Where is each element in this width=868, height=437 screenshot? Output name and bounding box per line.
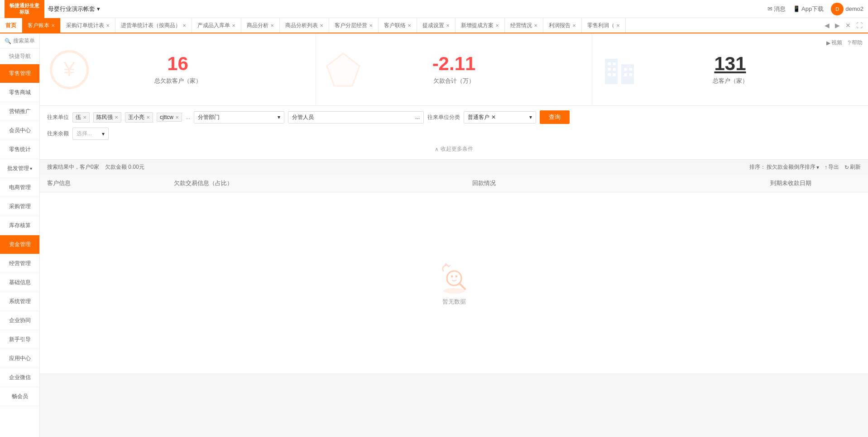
user-profile[interactable]: D demo2 [831,3,863,15]
remove-tag-cjttcw[interactable]: ✕ [175,115,179,120]
empty-illustration [436,260,472,298]
remove-tag-chen[interactable]: ✕ [115,115,118,120]
close-icon[interactable]: ✕ [408,23,411,28]
dept-filter[interactable]: 分管部门 ▾ [194,111,284,124]
close-icon[interactable]: ✕ [446,23,450,28]
download-icon: 📱 [793,5,800,12]
total-customers-all-label: 总客户（家） [713,77,748,85]
sidebar-item-app-center[interactable]: 应用中心 [0,349,39,368]
tab-product-analysis[interactable]: 商品分析 ✕ [241,18,280,33]
filter-tag-wu[interactable]: 伍 ✕ [72,112,90,123]
message-button[interactable]: ✉ 消息 [767,5,786,13]
sidebar-item-purchase[interactable]: 采购管理 [0,197,39,216]
sidebar-item-retail-management[interactable]: 零售管理 [0,64,39,83]
app-download-button[interactable]: 📱 App下载 [793,5,824,13]
sidebar-item-member-center[interactable]: 会员中心 [0,121,39,140]
nav-next-arrow[interactable]: ▶ [833,22,842,29]
dept-dropdown-arrow: ▾ [278,114,280,120]
close-icon[interactable]: ✕ [369,23,373,28]
close-icon[interactable]: ✕ [616,23,620,28]
tab-retail-profit[interactable]: 零售利润（ ✕ [582,18,626,33]
remove-unit-type[interactable]: ✕ [491,114,496,120]
sidebar-item-retail-mall[interactable]: 零售商城 [0,83,39,102]
help-button[interactable]: ? 帮助 [848,39,863,47]
col-repayment: 回款情况 [472,179,771,187]
sidebar-item-retail-stats[interactable]: 零售统计 [0,140,39,159]
balance-filter-label: 往来余额 [47,130,69,138]
filter-tag-chen[interactable]: 陈民强 ✕ [93,112,121,123]
sidebar-search[interactable]: 🔍 搜索菜单 [0,33,39,49]
sidebar-item-wholesale[interactable]: 批发管理 ▾ [0,159,39,178]
close-icon[interactable]: ✕ [232,23,235,28]
tab-product-cost[interactable]: 产成品入库单 ✕ [192,18,241,33]
tab-commission-settings[interactable]: 提成设置 ✕ [417,18,456,33]
close-icon[interactable]: ✕ [572,23,576,28]
sidebar-item-basic-info[interactable]: 基础信息 [0,273,39,292]
top-bar-right: ✉ 消息 📱 App下载 D demo2 [767,3,863,15]
filter-tag-cjttcw[interactable]: cjttcw ✕ [157,113,182,122]
sidebar-item-vip-member[interactable]: 畅会员 [0,387,39,406]
remove-tag-wu[interactable]: ✕ [83,115,86,120]
sidebar-item-ecommerce[interactable]: 电商管理 [0,178,39,197]
sidebar-item-new-guide[interactable]: 新手引导 [0,330,39,349]
sidebar-item-finance[interactable]: 资金管理 [0,235,39,254]
sidebar-item-system-mgmt[interactable]: 系统管理 [0,292,39,311]
sidebar-item-operations-mgmt[interactable]: 经营管理 [0,254,39,273]
filter-tag-wang[interactable]: 王小亮 ✕ [125,112,153,123]
tab-operations[interactable]: 经营情况 ✕ [505,18,543,33]
sidebar-item-inventory[interactable]: 库存核算 [0,216,39,235]
close-icon[interactable]: ✕ [534,23,537,28]
nav-prev-arrow[interactable]: ◀ [823,22,831,29]
tab-new-commission-plan[interactable]: 新增提成方案 ✕ [456,18,505,33]
tab-product-analysis-list[interactable]: 商品分析列表 ✕ [280,18,329,33]
remove-tag-wang[interactable]: ✕ [146,115,150,120]
results-bar: 搜索结果中，客户0家 欠款金额 0.00元 排序： 按欠款金额倒序排序 ▾ ↑ … [40,160,868,175]
close-icon[interactable]: ✕ [106,23,110,28]
unit-filter-label: 往来单位 [47,114,69,121]
tab-home[interactable]: 首页 [0,18,22,33]
tab-profit-report[interactable]: 利润报告 ✕ [543,18,582,33]
video-button[interactable]: ▶ 视频 [826,39,842,47]
col-due-date: 到期未收款日期 [770,179,861,187]
total-customers-label: 总欠款客户（家） [154,77,201,85]
tab-customer-segment[interactable]: 客户分层经营 ✕ [329,18,379,33]
export-icon: ↑ [825,164,827,171]
close-icon[interactable]: ✕ [270,23,274,28]
close-icon[interactable]: ✕ [182,23,186,28]
top-bar: 畅捷通好生意 标版 母婴行业演示帐套 ▾ ✉ 消息 📱 App下载 D demo… [0,0,868,18]
sort-select[interactable]: 按欠款金额倒序排序 ▾ [767,163,819,171]
svg-line-18 [460,284,465,289]
close-icon[interactable]: ✕ [495,23,499,28]
export-button[interactable]: ↑ 导出 [825,163,839,171]
total-customers-all-value: 131 [713,54,748,73]
close-icon[interactable]: ✕ [320,23,323,28]
sort-label: 排序： 按欠款金额倒序排序 ▾ [749,163,819,171]
workspace-selector[interactable]: 母婴行业演示帐套 ▾ [48,5,100,13]
nav-close-all[interactable]: ✕ [844,22,853,29]
tab-customer-accounts[interactable]: 客户账本 ✕ [22,18,61,33]
query-button[interactable]: 查询 [540,110,570,124]
svg-rect-13 [629,68,632,71]
tab-customer-contact[interactable]: 客户联络 ✕ [379,18,417,33]
unit-type-filter[interactable]: 普通客户 ✕ ▾ [464,111,536,124]
empty-text: 暂无数据 [442,298,466,306]
col-debt-info: 欠款交易信息（占比） [174,179,472,187]
collapse-button[interactable]: ∧ 收起更多条件 [435,143,473,155]
svg-rect-14 [624,73,627,76]
sidebar-item-enterprise-wechat[interactable]: 企业微信 [0,368,39,387]
sidebar-item-enterprise-collab[interactable]: 企业协同 [0,311,39,330]
filter-row-1: 往来单位 伍 ✕ 陈民强 ✕ 王小亮 ✕ cjttcw ✕ ... [47,110,861,124]
tab-purchase-order-stats[interactable]: 采购订单统计表 ✕ [61,18,115,33]
filter-more-btn[interactable]: ... [186,114,190,120]
sidebar-item-marketing[interactable]: 营销推广 [0,102,39,121]
balance-filter-select[interactable]: 选择... ▾ [72,128,109,140]
persons-filter[interactable]: 分管人员 ... [288,111,424,124]
tab-inventory-stats[interactable]: 进货单统计表（按商品） ✕ [115,18,192,33]
refresh-button[interactable]: ↻ 刷新 [844,163,861,171]
close-icon[interactable]: ✕ [51,23,55,28]
coin-bg-icon: ¥ [49,49,90,90]
nav-fullscreen[interactable]: ⛶ [854,22,864,29]
sidebar-quick-nav[interactable]: 快捷导航 [0,49,39,64]
persons-more[interactable]: ... [415,114,420,120]
table-body: 暂无数据 [40,192,868,373]
